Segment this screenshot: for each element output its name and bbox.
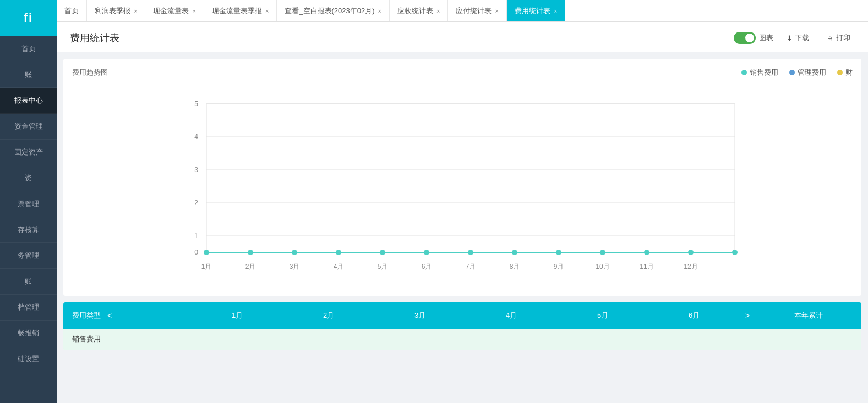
legend-dot-finance bbox=[837, 70, 843, 75]
chart-section: 费用趋势图 销售费用 管理费用 财 bbox=[63, 59, 861, 296]
td-ytd bbox=[753, 334, 861, 345]
sidebar-item-assets[interactable]: 资 bbox=[0, 165, 57, 191]
page-title: 费用统计表 bbox=[70, 31, 119, 45]
th-ytd: 本年累计 bbox=[755, 304, 861, 327]
line-chart-svg: 5 4 3 2 1 0 bbox=[72, 82, 853, 285]
svg-text:1月: 1月 bbox=[201, 263, 212, 270]
legend-label-finance: 财 bbox=[845, 68, 853, 78]
header-actions: 图表 ⬇ 下载 🖨 打印 bbox=[734, 31, 855, 45]
svg-point-24 bbox=[688, 250, 694, 255]
sidebar-item-fixed-assets[interactable]: 固定资产 bbox=[0, 140, 57, 165]
svg-text:4月: 4月 bbox=[334, 263, 344, 270]
sidebar-item-account[interactable]: 账 bbox=[0, 62, 57, 88]
th-cost-type: 费用类型 < bbox=[63, 304, 192, 327]
expense-table: 费用类型 < 1月 2月 3月 4月 5月 6月 > 本年累计 销售费用 bbox=[63, 302, 861, 350]
sidebar-item-ticket-mgmt[interactable]: 票管理 bbox=[0, 191, 57, 217]
sidebar-item-report-center[interactable]: 报表中心 bbox=[0, 88, 57, 114]
svg-text:1: 1 bbox=[194, 232, 198, 240]
chart-header: 费用趋势图 销售费用 管理费用 财 bbox=[72, 68, 853, 78]
download-icon: ⬇ bbox=[787, 34, 793, 42]
download-button[interactable]: ⬇ 下载 bbox=[782, 31, 814, 45]
td-apr bbox=[474, 334, 567, 345]
tab-cash-flow-quarterly[interactable]: 现金流量表季报 × bbox=[204, 0, 277, 21]
chart-toggle[interactable] bbox=[734, 32, 756, 44]
close-icon[interactable]: × bbox=[436, 8, 440, 14]
prev-arrow[interactable]: < bbox=[105, 311, 114, 320]
page-header: 费用统计表 图表 ⬇ 下载 🖨 打印 bbox=[57, 22, 868, 52]
th-jun: 6月 bbox=[648, 304, 740, 327]
tab-profit-quarterly[interactable]: 利润表季报 × bbox=[87, 0, 145, 21]
legend-label-admin: 管理费用 bbox=[798, 68, 826, 78]
svg-point-19 bbox=[468, 250, 473, 255]
td-jan bbox=[194, 334, 287, 345]
table-header-row: 费用类型 < 1月 2月 3月 4月 5月 6月 > 本年累计 bbox=[63, 302, 861, 329]
tabs-bar: 首页 利润表季报 × 现金流量表 × 现金流量表季报 × 查看_空白报表(202… bbox=[57, 0, 868, 22]
close-icon[interactable]: × bbox=[134, 8, 137, 14]
close-icon[interactable]: × bbox=[554, 8, 557, 14]
th-mar: 3月 bbox=[374, 304, 466, 327]
svg-point-16 bbox=[336, 250, 341, 255]
svg-point-14 bbox=[248, 250, 253, 255]
td-may bbox=[567, 334, 660, 345]
sidebar-item-archive-mgmt[interactable]: 档管理 bbox=[0, 295, 57, 321]
td-mar bbox=[380, 334, 473, 345]
svg-text:6月: 6月 bbox=[422, 263, 432, 270]
sidebar: fi 首页 账 报表中心 资金管理 固定资产 资 票管理 存核算 务管理 账 档… bbox=[0, 0, 57, 403]
svg-text:9月: 9月 bbox=[554, 263, 564, 270]
chart-title: 费用趋势图 bbox=[72, 68, 108, 78]
svg-point-20 bbox=[512, 250, 517, 255]
chart-canvas: 5 4 3 2 1 0 bbox=[72, 82, 853, 287]
svg-text:3: 3 bbox=[194, 166, 198, 174]
toggle-wrap: 图表 bbox=[734, 32, 773, 44]
legend-sales-cost: 销售费用 bbox=[741, 68, 778, 78]
th-feb: 2月 bbox=[283, 304, 374, 327]
main-area: 首页 利润表季报 × 现金流量表 × 现金流量表季报 × 查看_空白报表(202… bbox=[57, 0, 868, 403]
tab-expense-stats[interactable]: 费用统计表 × bbox=[507, 0, 565, 21]
tab-payable-stats[interactable]: 应付统计表 × bbox=[448, 0, 506, 21]
svg-point-15 bbox=[292, 250, 297, 255]
svg-text:2: 2 bbox=[194, 199, 198, 207]
legend-label-sales: 销售费用 bbox=[750, 68, 778, 78]
legend-dot-sales bbox=[741, 70, 747, 75]
svg-point-18 bbox=[424, 250, 429, 255]
svg-point-21 bbox=[556, 250, 561, 255]
tab-cash-flow[interactable]: 现金流量表 × bbox=[145, 0, 204, 21]
toggle-label: 图表 bbox=[759, 33, 773, 43]
svg-point-22 bbox=[600, 250, 605, 255]
sidebar-item-sales[interactable]: 畅报销 bbox=[0, 321, 57, 346]
close-icon[interactable]: × bbox=[192, 8, 195, 14]
th-jan: 1月 bbox=[192, 304, 283, 327]
sidebar-item-inventory[interactable]: 存核算 bbox=[0, 217, 57, 243]
sidebar-item-fund-mgmt[interactable]: 资金管理 bbox=[0, 114, 57, 140]
sidebar-item-home[interactable]: 首页 bbox=[0, 36, 57, 62]
tab-home[interactable]: 首页 bbox=[57, 0, 87, 21]
td-cost-type: 销售费用 bbox=[63, 329, 194, 350]
legend-dot-admin bbox=[789, 70, 795, 75]
legend-finance-cost: 财 bbox=[837, 68, 853, 78]
tab-view-blank-report[interactable]: 查看_空白报表(2023年02月) × bbox=[277, 0, 390, 21]
table-row: 销售费用 bbox=[63, 329, 861, 350]
svg-point-17 bbox=[380, 250, 385, 255]
print-button[interactable]: 🖨 打印 bbox=[822, 31, 855, 45]
svg-point-23 bbox=[644, 250, 649, 255]
th-may: 5月 bbox=[557, 304, 648, 327]
svg-point-13 bbox=[204, 250, 209, 255]
legend-admin-cost: 管理费用 bbox=[789, 68, 826, 78]
svg-text:8月: 8月 bbox=[510, 263, 520, 270]
close-icon[interactable]: × bbox=[495, 8, 498, 14]
svg-text:4: 4 bbox=[194, 133, 198, 141]
content-area: 费用统计表 图表 ⬇ 下载 🖨 打印 费用趋势图 bbox=[57, 22, 868, 403]
td-feb bbox=[287, 334, 380, 345]
next-arrow[interactable]: > bbox=[740, 302, 755, 329]
sidebar-logo: fi bbox=[0, 0, 57, 36]
sidebar-item-ledger[interactable]: 账 bbox=[0, 269, 57, 295]
close-icon[interactable]: × bbox=[265, 8, 269, 14]
svg-text:7月: 7月 bbox=[466, 263, 476, 270]
th-apr: 4月 bbox=[466, 304, 557, 327]
svg-point-25 bbox=[732, 250, 738, 255]
sidebar-item-service-mgmt[interactable]: 务管理 bbox=[0, 243, 57, 269]
tab-receivable-stats[interactable]: 应收统计表 × bbox=[390, 0, 448, 21]
sidebar-item-basic-settings[interactable]: 础设置 bbox=[0, 346, 57, 372]
svg-text:5月: 5月 bbox=[378, 263, 388, 270]
close-icon[interactable]: × bbox=[378, 8, 381, 14]
